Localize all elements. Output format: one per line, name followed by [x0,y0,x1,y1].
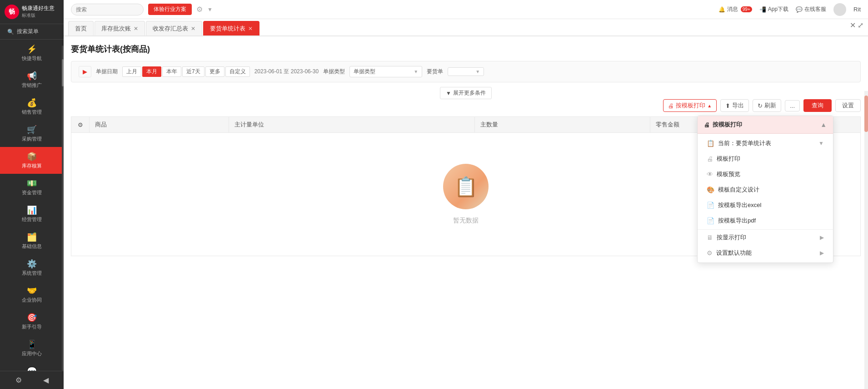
sidebar-item-label: 采购管理 [22,136,42,142]
date-label: 单据日期 [96,68,118,76]
sidebar-item-label: 快捷导航 [22,55,42,62]
print-dropdown-close-arrow[interactable]: ▲ [820,121,827,128]
export-label: 导出 [732,101,744,110]
dropdown-arrow-icon: ▼ [475,69,480,74]
tab-kucun-batch[interactable]: 库存批次账 ✕ [95,21,145,35]
type-select[interactable]: 单据类型 ▼ [349,66,422,77]
arrow-icon: ▶ [820,250,824,256]
current-template-item[interactable]: 📋 当前：要货单统计表 ▼ [698,136,833,151]
sidebar-item-xinshou[interactable]: 🎯 新手引导 [0,308,64,335]
yingxiao-icon: 📢 [27,71,37,81]
tab-close-icon[interactable]: ✕ [134,25,138,32]
setting-button[interactable]: 设置 [835,99,861,112]
date-tab-more[interactable]: 更多 [205,66,224,77]
sidebar-item-xitong[interactable]: ⚙️ 系统管理 [0,254,64,281]
tab-close-icon[interactable]: ✕ [191,25,195,32]
notification-label: 消息 [727,5,738,13]
sidebar-item-kuaijie[interactable]: ⚡ 快捷导航 [0,40,64,66]
tab-label: 首页 [75,25,87,33]
kuaijie-icon: ⚡ [27,44,37,54]
current-template-label: 当前：要货单统计表 [718,139,771,147]
col-setting-icon[interactable]: ⚙ [78,121,83,128]
more-button[interactable]: ... [785,100,800,111]
sidebar-item-zijin[interactable]: 💵 资金管理 [0,174,64,201]
settings-bottom-button[interactable]: ⚙ [15,376,22,384]
toolbar: 🖨 按模板打印 ▲ ⬆ 导出 ↻ 刷新 ... 查询 设置 [71,99,861,112]
tab-shoufazong[interactable]: 收发存汇总表 ✕ [146,21,202,35]
search-input[interactable] [71,4,144,15]
gear-icon[interactable]: ⚙ [196,5,203,14]
download-icon: 📲 [759,6,766,13]
date-tab-this-year[interactable]: 本年 [162,66,181,77]
default-func-item[interactable]: ⚙ 设置默认功能 ▶ [698,245,833,261]
service-icon: 💬 [796,6,803,13]
template-export-pdf-item[interactable]: 📄 按模板导出pdf [698,213,833,228]
right-scrollbar[interactable] [864,91,868,389]
export-button[interactable]: ⬆ 导出 [720,99,749,112]
app-download-group[interactable]: 📲 App下载 [759,5,788,13]
collapse-sidebar-button[interactable]: ◀ [43,376,49,384]
promo-button[interactable]: 体验行业方案 [148,4,192,15]
printer-icon: 🖨 [668,102,674,109]
sidebar-item-caigou[interactable]: 🛒 采购管理 [0,120,64,147]
sidebar-item-jichu[interactable]: 🗂️ 基础信息 [0,227,64,254]
date-tab-custom[interactable]: 自定义 [225,66,250,77]
notification-group[interactable]: 🔔 消息 99+ [718,5,752,13]
sidebar-search[interactable]: 🔍 搜索菜单 [0,24,64,40]
template-print-item[interactable]: 🖨 模板打印 [698,151,833,167]
tab-close-window-button[interactable]: ✕ [850,21,856,30]
type-select-value: 单据类型 [354,68,375,76]
notification-badge: 99+ [741,6,752,12]
date-range-display: 2023-06-01 至 2023-06-30 [254,68,319,76]
sidebar-item-qiye[interactable]: 🤝 企业协同 [0,281,64,308]
toolbar-right: 🖨 按模板打印 ▲ ⬆ 导出 ↻ 刷新 ... 查询 设置 [663,99,861,112]
sidebar-item-weixin[interactable]: 💬 企业微信 [0,362,64,371]
sidebar-item-label: 基础信息 [22,243,42,250]
date-tab-this-month[interactable]: 本月 [142,66,161,77]
export-pdf-icon: 📄 [707,217,714,224]
app-name: 畅康通好生意 [22,5,55,12]
query-button[interactable]: 查询 [803,99,832,112]
template-custom-item[interactable]: 🎨 模板自定义设计 [698,182,833,197]
template-export-excel-item[interactable]: 📄 按模板导出excel [698,197,833,213]
sidebar-item-label: 库存核算 [22,162,42,169]
sidebar-item-jingying[interactable]: 📊 经营管理 [0,201,64,227]
type-label: 单据类型 [323,68,345,76]
table-col-quantity: 主数量 [475,117,650,133]
empty-text: 暂无数据 [453,217,479,225]
app-badge: 标准版 [22,12,55,19]
caigou-icon: 🛒 [27,125,37,135]
tab-home[interactable]: 首页 [68,21,94,35]
user-avatar[interactable] [833,3,846,16]
template-print-icon: 🖨 [707,155,713,162]
tab-yaohuo[interactable]: 要货单统计表 ✕ [203,21,259,35]
sidebar-logo: 畅 畅康通好生意 标准版 [0,0,64,24]
print-template-button[interactable]: 🖨 按模板打印 ▲ [663,99,717,112]
expand-more-button[interactable]: ▼ 展开更多条件 [440,87,492,99]
sidebar-item-kucun[interactable]: 📦 库存核算 [0,147,64,174]
date-tab-7days[interactable]: 近7天 [182,66,205,77]
tab-close-icon[interactable]: ✕ [248,25,253,32]
export-excel-icon: 📄 [707,202,714,209]
online-service-label: 在线客服 [804,5,826,13]
yaohuo-select[interactable]: ▼ [448,67,484,76]
right-scrollbar-thumb[interactable] [864,96,868,132]
app-logo-icon: 畅 [5,5,19,19]
sidebar-item-label: 系统管理 [22,270,42,277]
sidebar-item-xiaoshou[interactable]: 💰 销售管理 [0,93,64,120]
sidebar-item-yingxiao[interactable]: 📢 营销推广 [0,66,64,93]
tab-resize-buttons: ✕ ⤢ [850,21,863,30]
filter-expand-button[interactable]: ▶ [79,66,91,77]
online-service-group[interactable]: 💬 在线客服 [796,5,826,13]
template-custom-icon: 🎨 [707,186,714,193]
sidebar: 畅 畅康通好生意 标准版 🔍 搜索菜单 ⚡ 快捷导航 📢 营销推广 💰 销售管理… [0,0,64,389]
template-preview-item[interactable]: 👁 模板预览 [698,167,833,182]
display-print-item[interactable]: 🖥 按显示打印 ▶ [698,230,833,245]
date-tab-last-month[interactable]: 上月 [122,66,141,77]
user-name: Rit [853,6,861,13]
tab-maximize-button[interactable]: ⤢ [858,21,863,30]
sidebar-item-yingyong[interactable]: 📱 应用中心 [0,335,64,362]
table-col-setting[interactable]: ⚙ [71,117,90,133]
refresh-button[interactable]: ↻ 刷新 [753,99,781,112]
template-print-label: 模板打印 [717,155,740,163]
